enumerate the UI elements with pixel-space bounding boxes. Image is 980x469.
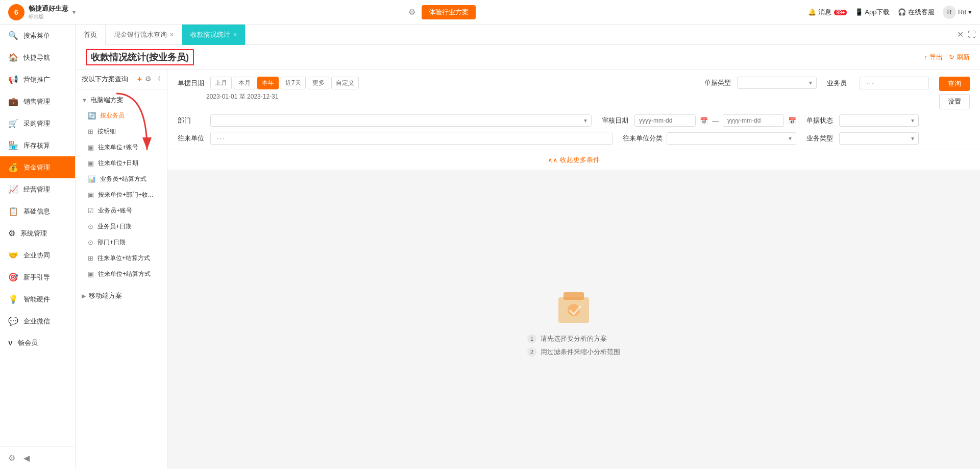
scheme-item-counterpart-dept[interactable]: ▣ 按来单位+部门+收...: [76, 187, 167, 203]
sidebar-item-operations[interactable]: 📈 经营管理: [0, 178, 75, 200]
page-body: 按以下方案查询 + ⚙ 《: [76, 69, 980, 469]
counterpart-account-icon: ▣: [88, 144, 94, 151]
sidebar-item-sales[interactable]: 💼 销售管理: [0, 90, 75, 112]
bill-date-label: 单据日期: [178, 79, 206, 88]
gear-icon[interactable]: ⚙: [408, 7, 415, 17]
counterpart-more-dots[interactable]: ···: [217, 134, 226, 142]
operations-icon: 📈: [8, 184, 18, 194]
calendar-start-icon[interactable]: 📅: [700, 117, 708, 125]
counterpart-type-select[interactable]: ▾: [667, 132, 796, 145]
counterpart-dept-icon: ▣: [88, 191, 94, 199]
bill-status-select[interactable]: ▾: [839, 114, 919, 127]
query-button[interactable]: 查询: [939, 77, 970, 91]
user-avatar[interactable]: R Rit ▾: [943, 6, 972, 19]
bill-type-label: 单据类型: [704, 78, 733, 87]
sidebar-item-finance[interactable]: 💰 资金管理: [0, 156, 75, 178]
scheme-item-counterpart-account-label: 往来单位+账号: [98, 143, 138, 152]
messages-link[interactable]: 🔔 消息 99+: [808, 8, 847, 17]
sidebar-label-sales: 销售管理: [23, 97, 50, 106]
collapse-bar[interactable]: ∧∧ 收起更多条件: [167, 150, 980, 170]
date-btn-more[interactable]: 更多: [308, 77, 329, 89]
scheme-item-salesman-account[interactable]: ☑ 业务员+账号: [76, 203, 167, 219]
collapse-sidebar-icon[interactable]: ◀: [23, 453, 30, 463]
scheme-item-salesman-payment[interactable]: 📊 业务员+结算方式: [76, 171, 167, 187]
sidebar-item-member[interactable]: V 畅会员: [0, 332, 75, 354]
tab-bank-flow-close[interactable]: ×: [170, 31, 174, 38]
scheme-item-counterpart-account[interactable]: ▣ 往来单位+账号: [76, 139, 167, 155]
setting-button[interactable]: 设置: [939, 94, 970, 109]
date-btn-this-year[interactable]: 本年: [257, 77, 279, 89]
tip-text-2: 用过滤条件来缩小分析范围: [541, 347, 620, 357]
sidebar-item-purchase[interactable]: 🛒 采购管理: [0, 112, 75, 134]
tab-bank-flow[interactable]: 现金银行流水查询 ×: [106, 25, 182, 45]
scheme-item-salesman-date[interactable]: ⊙ 业务员+日期: [76, 219, 167, 235]
sidebar-item-guide[interactable]: 🎯 新手引导: [0, 266, 75, 288]
date-btn-this-month[interactable]: 本月: [234, 77, 255, 89]
scheme-item-dept-date[interactable]: ⊙ 部门+日期: [76, 235, 167, 250]
refresh-button[interactable]: ↻ 刷新: [949, 53, 970, 62]
export-button[interactable]: ↑ 导出: [924, 53, 943, 62]
header-right: 🔔 消息 99+ 📱 App下载 🎧 在线客服 R Rit ▾: [808, 6, 972, 19]
date-range-display: 2023-01-01 至 2023-12-31: [206, 92, 694, 101]
date-btn-last-7-days[interactable]: 近7天: [281, 77, 306, 89]
settings-bottom-icon[interactable]: ⚙: [8, 453, 15, 463]
sidebar-label-wechat: 企业微信: [23, 317, 50, 326]
finance-icon: 💰: [8, 162, 18, 172]
sidebar-label-search-menu: 搜索菜单: [23, 31, 50, 40]
tab-close-icon[interactable]: ✕: [957, 30, 964, 39]
app-download-link[interactable]: 📱 App下载: [855, 8, 890, 17]
bill-type-select[interactable]: ▾: [737, 77, 817, 89]
scheme-group-mobile-header[interactable]: ▶ 移动端方案: [76, 288, 167, 303]
right-content: 单据日期 上月 本月 本年 近7天 更多 自定义: [167, 69, 980, 469]
left-panel-title: 按以下方案查询: [82, 75, 128, 84]
counterpart-select[interactable]: ···: [210, 132, 612, 145]
scheme-item-by-detail-label: 按明细: [97, 127, 116, 136]
sidebar-item-quick-nav[interactable]: 🏠 快捷导航: [0, 46, 75, 68]
scheme-item-counterpart-payment2[interactable]: ▣ 往来单位+结算方式: [76, 266, 167, 282]
tab-home[interactable]: 首页: [76, 25, 106, 45]
salesman-more-dots[interactable]: ···: [866, 79, 875, 87]
sidebar-item-basic-info[interactable]: 📋 基础信息: [0, 200, 75, 222]
tab-maximize-icon[interactable]: ⛶: [968, 30, 976, 39]
scheme-group-desktop-header[interactable]: ▼ 电脑端方案: [76, 92, 167, 108]
sidebar-item-system[interactable]: ⚙ 系统管理: [0, 222, 75, 244]
sidebar-item-search-menu[interactable]: 🔍 搜索菜单: [0, 25, 75, 46]
inventory-icon: 🏪: [8, 140, 18, 150]
panel-collapse-button[interactable]: 《: [155, 75, 161, 84]
app-logo: 6: [8, 4, 24, 20]
scheme-item-counterpart-date[interactable]: ▣ 往来单位+日期: [76, 155, 167, 171]
member-icon: V: [8, 339, 13, 347]
sidebar-item-cooperation[interactable]: 🤝 企业协同: [0, 244, 75, 266]
tab-collection-stat[interactable]: 收款情况统计 ×: [182, 25, 246, 45]
date-btn-last-month[interactable]: 上月: [210, 77, 232, 89]
dept-select[interactable]: ▾: [210, 114, 592, 127]
counterpart-type-label: 往来单位分类: [623, 134, 663, 143]
user-dropdown-arrow[interactable]: ▾: [968, 8, 972, 16]
home-icon: 🏠: [8, 53, 18, 62]
add-scheme-button[interactable]: +: [137, 75, 142, 84]
date-btn-custom[interactable]: 自定义: [331, 77, 359, 89]
tab-collection-stat-close[interactable]: ×: [233, 31, 237, 38]
sidebar-item-wechat[interactable]: 💬 企业微信: [0, 310, 75, 332]
trial-industry-button[interactable]: 体验行业方案: [422, 5, 476, 19]
scheme-item-salesman-date-label: 业务员+日期: [97, 222, 132, 231]
biz-type-select[interactable]: ▾: [839, 132, 919, 145]
online-service-link[interactable]: 🎧 在线客服: [898, 8, 935, 17]
salesman-select[interactable]: ···: [860, 77, 929, 89]
calendar-end-icon[interactable]: 📅: [788, 117, 796, 125]
scheme-settings-button[interactable]: ⚙: [145, 75, 152, 84]
logo-dropdown-arrow[interactable]: ▾: [72, 9, 76, 16]
scheme-item-counterpart-payment1[interactable]: ⊞ 往来单位+结算方式: [76, 250, 167, 266]
audit-date-start-input[interactable]: [634, 114, 696, 127]
audit-date-end-input[interactable]: [723, 114, 784, 127]
top-header: 6 畅捷通好生意 标准版 ▾ ⚙ 体验行业方案 🔔 消息 99+ 📱 App下载…: [0, 0, 980, 25]
scheme-item-counterpart-payment1-label: 往来单位+结算方式: [97, 254, 150, 263]
messages-badge: 99+: [834, 10, 847, 15]
scheme-item-by-salesman[interactable]: 🔄 按业务员: [76, 108, 167, 124]
sidebar-item-marketing[interactable]: 📢 营销推广: [0, 68, 75, 90]
scheme-item-by-detail[interactable]: ⊞ 按明细: [76, 124, 167, 139]
bill-status-label: 单据状态: [806, 116, 835, 125]
sidebar-item-hardware[interactable]: 💡 智能硬件: [0, 288, 75, 310]
sidebar-item-inventory[interactable]: 🏪 库存核算: [0, 134, 75, 156]
logo-area: 6 畅捷通好生意 标准版 ▾: [8, 4, 76, 20]
